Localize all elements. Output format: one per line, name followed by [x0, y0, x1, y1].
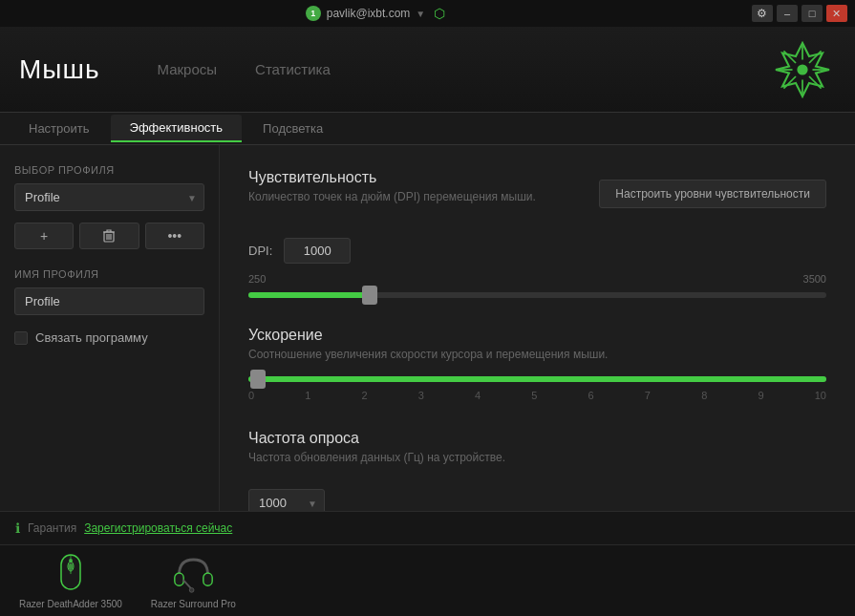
tab-bar: Настроить Эффективность Подсветка [0, 113, 855, 145]
dpi-slider-thumb[interactable] [362, 286, 377, 305]
maximize-button[interactable]: □ [802, 5, 823, 22]
dpi-range-labels: 250 3500 [248, 273, 826, 285]
sensitivity-title-block: Чувствительность Количество точек на дюй… [248, 169, 536, 219]
dropdown-arrow: ▼ [416, 9, 425, 19]
polling-section: Частота опроса Частота обновления данных… [248, 430, 826, 511]
polling-desc: Частота обновления данных (Гц) на устрой… [248, 451, 826, 464]
register-link[interactable]: Зарегистрироваться сейчас [84, 521, 232, 535]
svg-point-17 [69, 559, 73, 563]
acceleration-ticks: 0 1 2 3 4 5 6 7 8 9 10 [248, 390, 826, 401]
dpi-max-label: 3500 [803, 273, 826, 285]
acceleration-slider-fill [248, 376, 826, 382]
profile-dropdown[interactable]: Profile [14, 183, 204, 211]
profile-name-input[interactable] [14, 287, 204, 315]
svg-point-22 [189, 587, 194, 592]
svg-rect-19 [175, 573, 183, 585]
dpi-slider-fill [248, 292, 370, 298]
sidebar: Выбор профиля Profile ▼ + ••• Имя про [0, 145, 220, 511]
minimize-button[interactable]: – [777, 5, 798, 22]
razer-logo [769, 36, 836, 103]
title-bar: 1 pavlik@ixbt.com ▼ ⬡ ⚙ – □ ✕ [0, 0, 855, 27]
nav-stats[interactable]: Статистика [255, 57, 331, 81]
bind-program-row: Связать программу [14, 330, 204, 345]
user-avatar: 1 [306, 6, 321, 21]
profile-select-wrapper: Profile ▼ [14, 183, 204, 211]
dpi-value-input[interactable] [284, 238, 351, 264]
headset-icon [172, 552, 215, 595]
tab-efficiency[interactable]: Эффективность [111, 115, 243, 142]
user-info: 1 pavlik@ixbt.com ▼ ⬡ [306, 5, 448, 22]
dpi-min-label: 250 [248, 273, 266, 285]
settings-button[interactable]: ⚙ [752, 5, 773, 22]
mouse-svg [55, 551, 86, 597]
more-options-button[interactable]: ••• [145, 223, 204, 249]
bind-program-label: Связать программу [35, 330, 148, 345]
warranty-icon: ℹ [15, 520, 20, 536]
sensitivity-section: Чувствительность Количество точек на дюй… [248, 169, 826, 298]
profile-select-label: Выбор профиля [14, 164, 204, 176]
main-nav: Макросы Статистика [158, 57, 331, 81]
mouse-icon [49, 552, 92, 595]
mouse-device-name: Razer DeathAdder 3500 [19, 599, 122, 609]
acceleration-slider-container: 0 1 2 3 4 5 6 7 8 9 10 [248, 376, 826, 401]
main-content: Чувствительность Количество точек на дюй… [220, 145, 855, 511]
dpi-slider-container: 250 3500 [248, 273, 826, 298]
dpi-label: DPI: [248, 244, 272, 258]
tab-configure[interactable]: Настроить [10, 116, 109, 141]
polling-title: Частота опроса [248, 430, 826, 447]
sensitivity-header-row: Чувствительность Количество точек на дюй… [248, 169, 826, 219]
add-profile-button[interactable]: + [14, 223, 74, 249]
dpi-row: DPI: [248, 238, 826, 264]
acceleration-slider-thumb[interactable] [250, 370, 266, 389]
content-wrapper: Выбор профиля Profile ▼ + ••• Имя про [0, 145, 855, 511]
profile-actions: + ••• [14, 223, 204, 249]
polling-select-wrapper: 125 500 1000 ▼ [248, 489, 325, 511]
acceleration-section: Ускорение Соотношение увеличения скорост… [248, 327, 826, 401]
window-controls: ⚙ – □ ✕ [752, 5, 847, 22]
close-button[interactable]: ✕ [826, 5, 847, 22]
device-bar: Razer DeathAdder 3500 Razer Surround Pro [0, 544, 855, 616]
svg-rect-20 [203, 573, 212, 585]
headset-svg [172, 554, 215, 594]
razer-icon-top: ⬡ [431, 5, 448, 22]
device-item-mouse[interactable]: Razer DeathAdder 3500 [19, 552, 122, 609]
trash-icon [103, 229, 115, 243]
svg-point-0 [797, 64, 807, 74]
delete-profile-button[interactable] [79, 223, 139, 249]
warranty-text: Гарантия [28, 521, 76, 535]
profile-name-label: Имя профиля [14, 268, 204, 280]
tab-lighting[interactable]: Подсветка [244, 116, 342, 141]
configure-sensitivity-button[interactable]: Настроить уровни чувствительности [599, 180, 826, 208]
sensitivity-title: Чувствительность [248, 169, 536, 186]
bottom-bar: ℹ Гарантия Зарегистрироваться сейчас [0, 511, 855, 544]
acceleration-desc: Соотношение увеличения скорости курсора … [248, 348, 826, 361]
app-header: Мышь Макросы Статистика [0, 27, 855, 113]
nav-macros[interactable]: Макросы [158, 57, 218, 81]
bind-program-checkbox[interactable] [14, 331, 28, 345]
username-text: pavlik@ixbt.com [327, 7, 411, 20]
dpi-slider-track[interactable] [248, 292, 826, 298]
device-item-headset[interactable]: Razer Surround Pro [151, 552, 236, 609]
app-title: Мышь [19, 54, 100, 85]
acceleration-title: Ускорение [248, 327, 826, 344]
svg-rect-18 [69, 563, 73, 570]
polling-dropdown[interactable]: 125 500 1000 [248, 489, 325, 511]
acceleration-slider-track[interactable] [248, 376, 826, 382]
headset-device-name: Razer Surround Pro [151, 599, 236, 609]
sensitivity-desc: Количество точек на дюйм (DPI) перемещен… [248, 190, 536, 203]
